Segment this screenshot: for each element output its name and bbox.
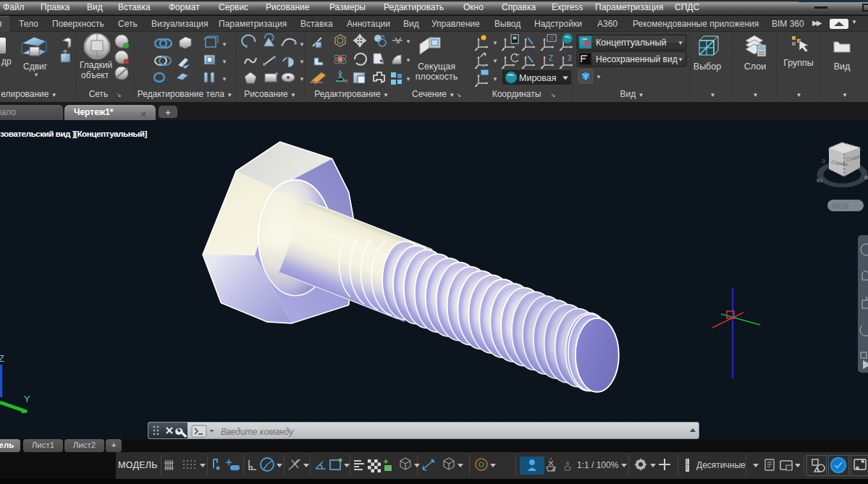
svg-text:▼: ▼ xyxy=(405,38,411,45)
svg-text:Z: Z xyxy=(0,353,4,364)
svg-text:▼: ▼ xyxy=(222,41,227,48)
svg-text:объект: объект xyxy=(81,70,109,80)
svg-text:Введите команду: Введите команду xyxy=(221,427,294,437)
svg-text:Несохраненный вид: Несохраненный вид xyxy=(596,54,678,64)
svg-text:▼: ▼ xyxy=(299,76,305,82)
svg-text:МСК: МСК xyxy=(832,202,849,211)
svg-text:▼: ▼ xyxy=(299,59,305,65)
svg-text:1:1 / 100%: 1:1 / 100% xyxy=(577,460,619,470)
svg-text:▼: ▼ xyxy=(222,76,227,82)
svg-text:▼: ▼ xyxy=(405,76,411,82)
svg-text:▼: ▼ xyxy=(405,57,411,64)
svg-text:Секущая: Секущая xyxy=(418,61,455,72)
svg-text:Группы: Группы xyxy=(783,58,814,68)
svg-text:▼: ▼ xyxy=(678,56,683,63)
svg-text:▼: ▼ xyxy=(33,72,39,78)
svg-text:Y: Y xyxy=(24,394,30,404)
svg-text:Мировая: Мировая xyxy=(519,73,557,83)
svg-text:x: x xyxy=(482,62,485,69)
svg-text:▼: ▼ xyxy=(492,76,498,82)
svg-text:Z: Z xyxy=(549,54,553,62)
svg-text:Ю: Ю xyxy=(817,177,822,184)
svg-text:Концептуальный: Концептуальный xyxy=(596,38,666,48)
svg-text:▼: ▼ xyxy=(492,40,498,46)
svg-text:3: 3 xyxy=(568,54,572,62)
svg-text:Слои: Слои xyxy=(744,61,766,72)
svg-text:▼: ▼ xyxy=(596,74,602,80)
svg-text:Десятичные: Десятичные xyxy=(696,460,746,470)
svg-text:Выбор: Выбор xyxy=(694,61,721,72)
svg-text:Вид: Вид xyxy=(834,61,851,72)
svg-text:В: В xyxy=(864,174,868,181)
svg-text:плоскость: плоскость xyxy=(416,72,458,82)
svg-text:▼: ▼ xyxy=(678,40,683,46)
svg-text:З: З xyxy=(822,158,825,164)
svg-text:Гладкий: Гладкий xyxy=(80,60,112,70)
svg-text:▼: ▼ xyxy=(492,58,498,64)
svg-text:▼: ▼ xyxy=(222,59,227,65)
svg-text:▼: ▼ xyxy=(299,41,305,48)
svg-text:Сдвиг: Сдвиг xyxy=(23,61,48,72)
svg-text:др: др xyxy=(1,56,12,67)
